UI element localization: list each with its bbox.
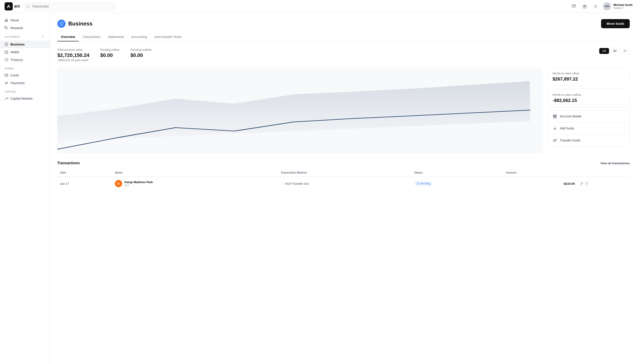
sidebar-item-label-capital-markets: Capital Markets <box>10 97 32 100</box>
transfer-icon <box>552 138 557 143</box>
main-area: Home Rewards Accounts + Business Wallet … <box>0 13 637 364</box>
arrows-icon <box>4 81 8 85</box>
page-header: Business Move funds <box>57 19 630 28</box>
tab-overview[interactable]: Overview <box>57 33 79 42</box>
table-row: Jan 17 K Kamp Madison Park N/A <box>57 177 630 191</box>
settings-icon[interactable] <box>592 3 599 10</box>
col-date: Date <box>57 169 112 177</box>
status-text: Pending <box>420 182 430 185</box>
logo-text: arc <box>14 4 20 9</box>
action-add-funds[interactable]: Add funds <box>548 122 630 134</box>
sidebar-item-treasury[interactable]: Treasury <box>0 56 50 64</box>
transactions-header: Transactions View all transactions <box>57 161 630 165</box>
view-all-transactions-link[interactable]: View all transactions <box>600 162 630 165</box>
search-bar <box>24 2 115 10</box>
move-funds-button[interactable]: Move funds <box>601 19 630 28</box>
sidebar-item-cards[interactable]: Cards <box>0 72 50 79</box>
tx-status: Pending <box>412 177 503 191</box>
stats-row: Total account value $2,720,150.24 +$599,… <box>57 48 630 62</box>
tx-actions <box>578 177 630 191</box>
wallet-icon <box>4 50 8 54</box>
sidebar: Home Rewards Accounts + Business Wallet … <box>0 13 50 364</box>
messages-icon[interactable] <box>570 3 578 10</box>
tx-avatar: K <box>115 180 122 187</box>
overview-grid: Month-to-date inflow $267,897.22 Month-t… <box>57 67 630 154</box>
tab-transactions[interactable]: Transactions <box>79 33 104 42</box>
svg-rect-11 <box>555 116 556 117</box>
arrow-right-icon: → <box>281 182 284 186</box>
stat-total-label: Total account value <box>57 48 90 52</box>
search-input[interactable] <box>24 2 115 10</box>
col-actions-header <box>578 169 630 177</box>
svg-rect-1 <box>572 4 576 7</box>
time-filter-1y[interactable]: 1Y <box>620 48 630 54</box>
inflow-panel-label: Month-to-date inflow <box>552 72 625 75</box>
time-filter-1m[interactable]: 1M <box>599 48 609 54</box>
stat-total-account-value: Total account value $2,720,150.24 +$599,… <box>57 48 90 62</box>
user-info[interactable]: MS Michael Scott Volume 7 <box>603 2 632 10</box>
sidebar-item-wallet[interactable]: Wallet <box>0 48 50 56</box>
add-account-button[interactable]: + <box>41 34 45 39</box>
sidebar-item-label-treasury: Treasury <box>10 58 23 62</box>
status-badge: Pending <box>414 181 433 186</box>
sidebar-item-capital-markets[interactable]: Capital Markets <box>0 95 50 102</box>
time-filter-3m[interactable]: 3M <box>610 48 620 54</box>
document-icon[interactable] <box>585 182 588 186</box>
sidebar-item-business[interactable]: Business <box>0 40 50 48</box>
shield-icon <box>4 42 8 46</box>
user-subtitle: Volume 7 <box>613 6 632 9</box>
app-layout: arc <box>0 0 637 364</box>
transactions-header-row: Date Name Transaction Method <box>57 169 630 177</box>
attachment-icon[interactable] <box>580 182 583 186</box>
gift-icon[interactable] <box>581 3 588 10</box>
search-icon <box>26 5 29 8</box>
action-account-details-label: Account details <box>560 114 582 118</box>
stat-total-value: $2,720,150.24 <box>57 52 90 58</box>
tx-name: Kamp Madison Park <box>124 180 153 184</box>
svg-point-4 <box>6 27 6 28</box>
sidebar-item-label-rewards: Rewards <box>10 26 23 30</box>
sidebar-item-home[interactable]: Home <box>0 16 50 24</box>
trending-up-icon <box>4 97 8 100</box>
sidebar-item-label-wallet: Wallet <box>10 50 19 54</box>
sidebar-item-payments[interactable]: Payments <box>0 79 50 87</box>
chart-area <box>57 67 542 154</box>
outflow-panel-value: -$82,062.15 <box>552 98 625 103</box>
outflow-panel: Month-to-date outflow -$82,062.15 <box>548 89 630 108</box>
topbar: arc <box>0 0 637 13</box>
tab-statements[interactable]: Statements <box>104 33 128 42</box>
col-amount: Amount <box>503 169 578 177</box>
building-icon <box>552 114 557 118</box>
arrow-down-icon <box>552 126 557 130</box>
transactions-table: Date Name Transaction Method <box>57 169 630 191</box>
action-account-details[interactable]: Account details <box>548 110 630 122</box>
tag-icon <box>4 26 8 30</box>
capital-section-label: Capital <box>4 90 16 93</box>
sidebar-item-label-payments: Payments <box>10 81 24 85</box>
action-transfer-funds[interactable]: Transfer funds <box>548 134 630 146</box>
inflow-panel: Month-to-date inflow $267,897.22 <box>548 67 630 86</box>
col-method: Transaction Method <box>278 169 412 177</box>
sidebar-accounts-section: Accounts + <box>0 32 50 40</box>
inflow-panel-value: $267,897.22 <box>552 76 625 82</box>
chevron-down-icon-status <box>424 171 426 174</box>
svg-rect-9 <box>553 115 556 118</box>
svg-point-0 <box>26 5 29 7</box>
tab-auto-transfer[interactable]: Auto-transfer Rules <box>150 33 186 42</box>
svg-point-6 <box>7 52 7 53</box>
sidebar-item-rewards[interactable]: Rewards <box>0 24 50 32</box>
page-icon <box>57 20 66 28</box>
home-icon <box>4 18 8 22</box>
stat-change: +$599,831.05 past month <box>57 59 90 62</box>
topbar-actions: MS Michael Scott Volume 7 <box>570 2 632 10</box>
tab-accounting[interactable]: Accounting <box>128 33 150 42</box>
page-title-area: Business <box>57 20 92 28</box>
tx-name-cell: K Kamp Madison Park N/A <box>112 177 278 191</box>
tx-method: → ACH Transfer Out <box>278 177 412 191</box>
action-panel: Account details Add funds <box>548 110 630 146</box>
sidebar-item-label-cards: Cards <box>10 74 19 77</box>
logo-icon <box>4 2 13 10</box>
transactions-table-head: Date Name Transaction Method <box>57 169 630 177</box>
svg-rect-7 <box>5 74 8 76</box>
chevron-down-icon <box>307 171 310 174</box>
